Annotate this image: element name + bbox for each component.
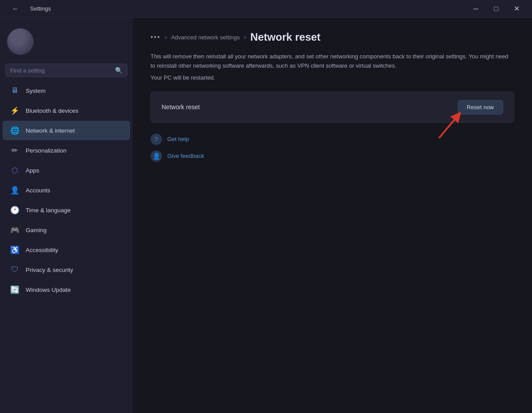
update-icon: 🔄 xyxy=(10,285,19,294)
restart-note: Your PC will be restarted. xyxy=(150,74,514,81)
breadcrumb-sep2: > xyxy=(243,34,247,41)
reset-now-button[interactable]: Reset now xyxy=(458,100,503,115)
sidebar: 🔍 🖥System⚡Bluetooth & devices🌐Network & … xyxy=(0,18,133,413)
bluetooth-icon: ⚡ xyxy=(10,106,19,115)
sidebar-item-apps[interactable]: ⬡Apps xyxy=(3,161,130,180)
sidebar-item-update[interactable]: 🔄Windows Update xyxy=(3,280,130,299)
get-help-link[interactable]: Get help xyxy=(167,136,189,142)
app-layout: 🔍 🖥System⚡Bluetooth & devices🌐Network & … xyxy=(0,18,532,413)
sidebar-item-personalization[interactable]: ✏Personalization xyxy=(3,141,130,160)
content-area: ••• > Advanced network settings > Networ… xyxy=(133,18,532,413)
accessibility-icon: ♿ xyxy=(10,245,19,255)
get-help-icon: ? xyxy=(150,134,162,145)
sidebar-item-time[interactable]: 🕐Time & language xyxy=(3,200,130,220)
sidebar-item-label-system: System xyxy=(26,88,46,94)
give-feedback-item[interactable]: 👤 Give feedback xyxy=(150,150,514,162)
sidebar-item-accounts[interactable]: 👤Accounts xyxy=(3,180,130,200)
sidebar-item-label-time: Time & language xyxy=(26,207,71,214)
sidebar-item-label-accounts: Accounts xyxy=(26,187,50,194)
privacy-icon: 🛡 xyxy=(10,265,19,275)
avatar xyxy=(7,28,34,55)
titlebar: ← Settings ─ □ ✕ xyxy=(0,0,532,18)
get-help-item[interactable]: ? Get help xyxy=(150,134,514,145)
close-button[interactable]: ✕ xyxy=(506,0,527,18)
search-icon: 🔍 xyxy=(115,67,123,74)
search-box[interactable]: 🔍 xyxy=(5,64,127,77)
personalization-icon: ✏ xyxy=(10,145,19,155)
titlebar-title: Settings xyxy=(30,5,51,12)
system-icon: 🖥 xyxy=(10,86,19,96)
sidebar-item-label-personalization: Personalization xyxy=(26,147,66,154)
sidebar-item-label-update: Windows Update xyxy=(26,287,71,293)
avatar-area xyxy=(0,21,133,62)
minimize-button[interactable]: ─ xyxy=(466,0,486,18)
accounts-icon: 👤 xyxy=(10,185,19,195)
give-feedback-icon: 👤 xyxy=(150,150,162,162)
network-icon: 🌐 xyxy=(10,126,19,135)
sidebar-item-label-apps: Apps xyxy=(26,167,39,174)
nav-list: 🖥System⚡Bluetooth & devices🌐Network & in… xyxy=(0,80,133,300)
breadcrumb-sep1: > xyxy=(164,34,168,41)
time-icon: 🕐 xyxy=(10,205,19,215)
sidebar-item-privacy[interactable]: 🛡Privacy & security xyxy=(3,260,130,279)
maximize-button[interactable]: □ xyxy=(486,0,506,18)
sidebar-item-label-gaming: Gaming xyxy=(26,227,46,233)
search-input[interactable] xyxy=(10,67,112,74)
sidebar-item-network[interactable]: 🌐Network & internet xyxy=(3,121,130,140)
sidebar-item-label-network: Network & internet xyxy=(26,127,75,134)
breadcrumb-link[interactable]: Advanced network settings xyxy=(171,34,239,41)
reset-card-label: Network reset xyxy=(162,103,200,111)
avatar-image xyxy=(7,28,34,55)
apps-icon: ⬡ xyxy=(10,165,19,175)
titlebar-left: ← Settings xyxy=(5,0,51,18)
sidebar-item-accessibility[interactable]: ♿Accessibility xyxy=(3,240,130,260)
network-reset-card: Network reset Reset now xyxy=(150,92,514,123)
help-links: ? Get help 👤 Give feedback xyxy=(150,134,514,162)
sidebar-item-label-accessibility: Accessibility xyxy=(26,247,58,253)
gaming-icon: 🎮 xyxy=(10,225,19,235)
back-button[interactable]: ← xyxy=(5,0,26,18)
sidebar-item-bluetooth[interactable]: ⚡Bluetooth & devices xyxy=(3,101,130,120)
sidebar-item-system[interactable]: 🖥System xyxy=(3,81,130,100)
back-icon: ← xyxy=(12,5,19,13)
breadcrumb-dots: ••• xyxy=(150,33,161,41)
give-feedback-link[interactable]: Give feedback xyxy=(167,153,204,159)
sidebar-item-label-privacy: Privacy & security xyxy=(26,267,73,273)
titlebar-controls: ─ □ ✕ xyxy=(466,0,527,18)
description-text: This will remove then reinstall all your… xyxy=(150,52,514,71)
sidebar-item-label-bluetooth: Bluetooth & devices xyxy=(26,107,78,114)
page-title: Network reset xyxy=(250,31,320,43)
breadcrumb: ••• > Advanced network settings > Networ… xyxy=(150,31,514,43)
sidebar-item-gaming[interactable]: 🎮Gaming xyxy=(3,220,130,240)
